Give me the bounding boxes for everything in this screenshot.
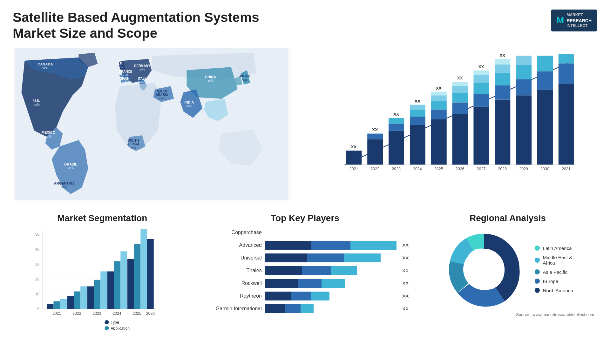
svg-text:2023: 2023 — [392, 167, 401, 171]
svg-text:xx%: xx% — [186, 104, 192, 108]
svg-rect-37 — [367, 133, 383, 139]
page-title: Satellite Based Augmentation Systems Mar… — [13, 10, 299, 42]
legend-item-mea: Middle East &Africa — [535, 255, 573, 266]
player-name: Copperchase — [201, 230, 262, 235]
svg-rect-44 — [410, 117, 425, 125]
svg-text:XX: XX — [436, 85, 442, 90]
svg-text:JAPAN: JAPAN — [239, 74, 250, 78]
svg-rect-54 — [452, 114, 468, 165]
player-row: ThalesXX — [201, 266, 409, 275]
svg-rect-45 — [410, 110, 425, 117]
svg-rect-46 — [410, 104, 425, 109]
svg-rect-40 — [389, 124, 404, 131]
svg-text:ARGENTINA: ARGENTINA — [54, 181, 75, 185]
svg-text:xx%: xx% — [61, 185, 67, 189]
svg-rect-62 — [473, 83, 489, 94]
logo-line3: INTELLECT — [566, 24, 592, 29]
svg-rect-64 — [473, 71, 489, 75]
svg-text:2023: 2023 — [92, 311, 101, 316]
player-row: Garmin InternationalXX — [201, 304, 409, 313]
bar-segment — [331, 266, 357, 275]
svg-rect-48 — [431, 119, 447, 165]
legend-dot-asia — [535, 269, 540, 274]
svg-text:SOUTH: SOUTH — [128, 139, 139, 142]
svg-text:BRAZIL: BRAZIL — [64, 162, 77, 166]
svg-rect-73 — [516, 79, 532, 95]
svg-text:40: 40 — [35, 247, 40, 251]
svg-rect-112 — [60, 299, 67, 309]
player-row: RaytheonXX — [201, 292, 409, 300]
player-bar-container — [265, 253, 396, 262]
svg-rect-117 — [94, 280, 101, 309]
svg-rect-34 — [346, 151, 362, 165]
svg-text:10: 10 — [35, 292, 40, 296]
svg-rect-70 — [495, 59, 510, 64]
svg-text:xx%: xx% — [122, 81, 127, 84]
svg-text:ITALY: ITALY — [138, 77, 147, 80]
bar-segment — [301, 304, 314, 313]
player-value: XX — [402, 255, 409, 260]
legend-dot-na — [535, 288, 540, 293]
legend-label-na: North America — [543, 288, 573, 293]
bar-segment — [265, 241, 311, 250]
player-value: XX — [402, 306, 409, 311]
svg-text:Application: Application — [111, 326, 130, 330]
svg-text:xx%: xx% — [139, 81, 145, 84]
svg-text:FRANCE: FRANCE — [119, 70, 132, 73]
svg-text:AFRICA: AFRICA — [127, 142, 139, 146]
player-name: Universal — [201, 255, 262, 261]
svg-rect-110 — [47, 304, 54, 309]
svg-text:xx%: xx% — [68, 166, 74, 170]
svg-rect-115 — [80, 286, 87, 309]
player-bar-container — [265, 228, 403, 237]
svg-rect-49 — [431, 110, 447, 119]
svg-text:xx%: xx% — [242, 78, 247, 81]
player-bar-container — [265, 304, 396, 313]
logo-box: M MARKET RESEARCH INTELLECT — [551, 10, 597, 31]
svg-text:2024: 2024 — [413, 167, 422, 171]
player-row: AdvancedXX — [201, 241, 409, 250]
player-value: XX — [402, 280, 409, 286]
svg-text:XX: XX — [478, 64, 484, 69]
svg-point-134 — [105, 326, 109, 329]
player-name: Advanced — [201, 242, 262, 248]
legend-label-asia: Asia Pacific — [543, 269, 568, 275]
svg-text:SAUDI: SAUDI — [157, 90, 167, 93]
svg-rect-39 — [389, 131, 404, 165]
logo-line2: RESEARCH — [566, 18, 592, 24]
main-container: Satellite Based Augmentation Systems Mar… — [0, 0, 610, 364]
svg-text:2028: 2028 — [498, 167, 507, 171]
svg-rect-113 — [67, 296, 74, 309]
svg-text:xx%: xx% — [34, 103, 40, 106]
bar-segment — [350, 241, 396, 250]
svg-text:2025: 2025 — [132, 311, 141, 316]
svg-rect-77 — [537, 90, 553, 165]
bar-segment — [322, 279, 345, 288]
svg-rect-122 — [127, 259, 134, 309]
map-svg: CANADA xx% U.S. xx% MEXICO xx% BRAZIL xx… — [13, 48, 291, 200]
svg-rect-118 — [100, 271, 107, 309]
svg-text:xx%: xx% — [207, 79, 214, 83]
svg-rect-36 — [367, 139, 383, 165]
svg-rect-119 — [107, 271, 114, 309]
header: Satellite Based Augmentation Systems Mar… — [13, 10, 597, 42]
svg-text:MEXICO: MEXICO — [42, 131, 56, 134]
svg-text:2022: 2022 — [370, 167, 379, 171]
bar-segment — [311, 292, 329, 300]
player-bar-container — [265, 241, 396, 250]
svg-text:XX: XX — [415, 98, 420, 103]
svg-rect-79 — [537, 56, 553, 71]
player-bar — [265, 253, 381, 262]
bar-segment — [291, 292, 311, 300]
svg-text:2021: 2021 — [349, 167, 358, 171]
player-bar — [265, 241, 396, 250]
bar-segment — [344, 253, 381, 262]
svg-rect-74 — [516, 65, 532, 79]
svg-text:XX: XX — [393, 112, 399, 117]
svg-rect-125 — [147, 239, 154, 309]
bottom-section: Market Segmentation 0 10 20 30 40 — [13, 210, 597, 350]
svg-rect-78 — [537, 71, 553, 90]
svg-text:XX: XX — [499, 54, 505, 58]
legend-label-latin: Latin America — [543, 246, 572, 251]
svg-rect-50 — [431, 101, 447, 110]
